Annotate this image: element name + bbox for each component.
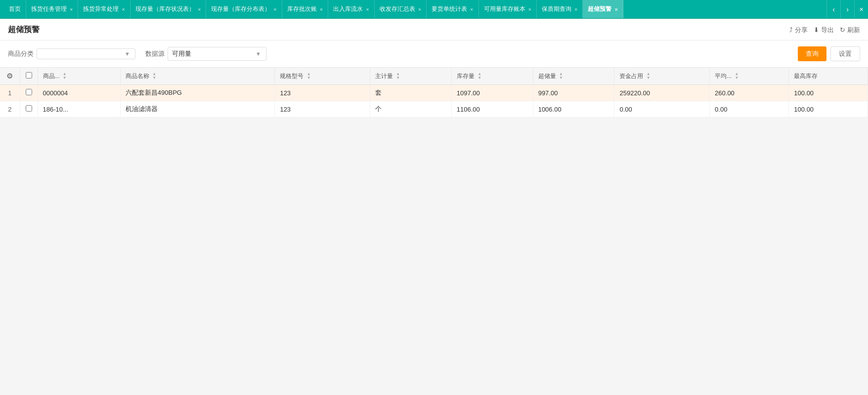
data-source-label: 数据源	[145, 49, 165, 58]
row-product-code: 186-10...	[38, 101, 120, 118]
column-product-name[interactable]: 商品名称 ▲▼	[120, 68, 275, 85]
nav-tab-picking-exception[interactable]: 拣货异常处理 ×	[78, 0, 130, 19]
nav-arrow-left[interactable]: ‹	[826, 0, 840, 19]
nav-tab-overstock[interactable]: 超储预警 ×	[583, 0, 623, 19]
row-overstock: 1006.00	[533, 101, 614, 118]
sort-overstock: ▲▼	[559, 72, 563, 80]
row-spec: 123	[275, 101, 370, 118]
nav-arrow-more[interactable]: ×	[854, 0, 868, 19]
product-category-arrow: ▼	[125, 51, 130, 57]
filter-buttons: 查询 设置	[798, 46, 860, 61]
close-tab-picking-exception[interactable]: ×	[122, 6, 125, 12]
content-area: ⚙ 商品... ▲▼ 商品名称 ▲▼ 规格型号 ▲▼ 主计	[0, 68, 868, 118]
export-icon: ⬇	[814, 26, 819, 34]
nav-tab-order-stats[interactable]: 要货单统计表 ×	[427, 0, 478, 19]
close-tab-order-stats[interactable]: ×	[470, 6, 473, 12]
query-button[interactable]: 查询	[798, 46, 826, 61]
data-source-filter: 数据源 可用量 ▼	[145, 47, 266, 61]
share-button[interactable]: ⤴ 分享	[789, 26, 808, 35]
nav-tab-inout-flow[interactable]: 出入库流水 ×	[328, 0, 374, 19]
overstock-table: ⚙ 商品... ▲▼ 商品名称 ▲▼ 规格型号 ▲▼ 主计	[0, 68, 868, 118]
column-max-stock[interactable]: 最高库存	[789, 68, 868, 85]
gear-icon[interactable]: ⚙	[6, 72, 13, 80]
column-gear[interactable]: ⚙	[0, 68, 20, 85]
row-stock: 1097.00	[451, 85, 533, 101]
row-max-stock: 100.00	[789, 85, 868, 101]
nav-tab-inventory-dist[interactable]: 现存量（库存分布表） ×	[206, 0, 282, 19]
row-number: 1	[0, 85, 20, 101]
row-product-code: 0000004	[38, 85, 120, 101]
sort-unit: ▲▼	[396, 72, 400, 80]
settings-button[interactable]: 设置	[830, 46, 860, 61]
sort-capital: ▲▼	[647, 72, 651, 80]
column-capital[interactable]: 资金占用 ▲▼	[614, 68, 710, 85]
column-stock[interactable]: 库存量 ▲▼	[451, 68, 533, 85]
product-category-filter: 商品分类 ▼	[8, 48, 135, 59]
row-avg: 260.00	[710, 85, 789, 101]
row-product-name: 机油滤清器	[120, 101, 275, 118]
sort-avg: ▲▼	[735, 72, 738, 80]
top-navigation: 首页 拣货任务管理 × 拣货异常处理 × 现存量（库存状况表） × 现存量（库存…	[0, 0, 868, 19]
data-source-value: 可用量	[172, 49, 191, 58]
row-unit: 个	[370, 101, 452, 118]
close-tab-overstock[interactable]: ×	[614, 6, 617, 12]
column-unit[interactable]: 主计量 ▲▼	[370, 68, 452, 85]
refresh-button[interactable]: ↻ 刷新	[840, 26, 860, 35]
row-overstock: 997.00	[533, 85, 614, 101]
page-title: 超储预警	[8, 25, 40, 35]
nav-tab-picking-task[interactable]: 拣货任务管理 ×	[26, 0, 78, 19]
nav-arrow-right[interactable]: ›	[840, 0, 854, 19]
filter-area: 商品分类 ▼ 数据源 可用量 ▼ 查询 设置	[0, 40, 868, 68]
data-source-arrow: ▼	[256, 51, 261, 57]
row-avg: 0.00	[710, 101, 789, 118]
export-button[interactable]: ⬇ 导出	[814, 26, 834, 35]
nav-tab-inventory-status[interactable]: 现存量（库存状况表） ×	[130, 0, 206, 19]
nav-arrows: ‹ › ×	[826, 0, 868, 19]
row-unit: 套	[370, 85, 452, 101]
sort-spec: ▲▼	[307, 72, 311, 80]
product-category-select[interactable]: ▼	[37, 48, 135, 59]
row-capital: 0.00	[614, 101, 710, 118]
close-tab-inout-flow[interactable]: ×	[366, 6, 369, 12]
column-checkbox	[20, 68, 38, 85]
table-row: 1 0000004 六配套新昌490BPG 123 套 1097.00 997.…	[0, 85, 868, 101]
close-tab-picking-task[interactable]: ×	[70, 6, 73, 12]
column-overstock[interactable]: 超储量 ▲▼	[533, 68, 614, 85]
row-checkbox[interactable]	[26, 89, 32, 95]
sort-product-name: ▲▼	[152, 72, 156, 80]
column-product-code[interactable]: 商品... ▲▼	[38, 68, 120, 85]
row-number: 2	[0, 101, 20, 118]
nav-tab-available-stock[interactable]: 可用量库存账本 ×	[479, 0, 537, 19]
close-tab-expiry[interactable]: ×	[574, 6, 577, 12]
close-tab-inventory-status[interactable]: ×	[198, 6, 201, 12]
refresh-icon: ↻	[840, 26, 845, 34]
page-header: 超储预警 ⤴ 分享 ⬇ 导出 ↻ 刷新	[0, 19, 868, 40]
row-checkbox-cell[interactable]	[20, 85, 38, 101]
row-spec: 123	[275, 85, 370, 101]
select-all-checkbox[interactable]	[26, 72, 32, 79]
nav-tab-summary[interactable]: 收发存汇总表 ×	[375, 0, 427, 19]
data-source-select[interactable]: 可用量 ▼	[168, 47, 266, 61]
row-checkbox[interactable]	[26, 105, 32, 112]
nav-tab-expiry[interactable]: 保质期查询 ×	[537, 0, 583, 19]
close-tab-summary[interactable]: ×	[418, 6, 421, 12]
nav-tab-home[interactable]: 首页	[4, 0, 26, 19]
table-row: 2 186-10... 机油滤清器 123 个 1106.00 1006.00 …	[0, 101, 868, 118]
header-actions: ⤴ 分享 ⬇ 导出 ↻ 刷新	[789, 26, 860, 35]
row-product-name: 六配套新昌490BPG	[120, 85, 275, 101]
nav-tab-batch-account[interactable]: 库存批次账 ×	[282, 0, 328, 19]
sort-stock: ▲▼	[477, 72, 481, 80]
close-tab-inventory-dist[interactable]: ×	[273, 6, 276, 12]
table-header-row: ⚙ 商品... ▲▼ 商品名称 ▲▼ 规格型号 ▲▼ 主计	[0, 68, 868, 85]
row-stock: 1106.00	[451, 101, 533, 118]
close-tab-batch-account[interactable]: ×	[320, 6, 323, 12]
column-avg[interactable]: 平均... ▲▼	[710, 68, 789, 85]
row-checkbox-cell[interactable]	[20, 101, 38, 118]
share-icon: ⤴	[789, 26, 793, 34]
column-spec[interactable]: 规格型号 ▲▼	[275, 68, 370, 85]
sort-product-code: ▲▼	[63, 72, 67, 80]
row-max-stock: 100.00	[789, 101, 868, 118]
close-tab-available-stock[interactable]: ×	[528, 6, 531, 12]
row-capital: 259220.00	[614, 85, 710, 101]
product-category-label: 商品分类	[8, 49, 34, 58]
